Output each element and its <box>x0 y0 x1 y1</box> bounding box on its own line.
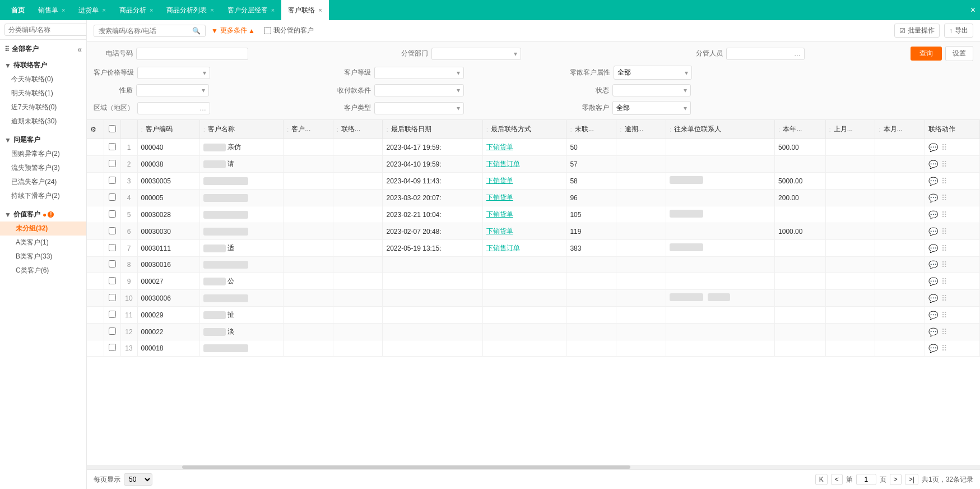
category-search-input[interactable] <box>4 24 87 36</box>
tab-home[interactable]: 首页 <box>4 0 31 20</box>
close-app-button[interactable]: × <box>970 5 976 15</box>
col-last-contact-date[interactable]: :最后联络日期 <box>383 120 482 139</box>
cell-last-contact-way-4[interactable]: 下销货单 <box>482 206 566 223</box>
more-conditions-button[interactable]: ▼ 更多条件 ▲ <box>211 26 255 35</box>
sidebar-item-ungrouped[interactable]: 未分组(32) <box>0 222 86 236</box>
action-chat-icon-4[interactable]: 💬 <box>928 210 938 219</box>
main-search-input[interactable] <box>99 27 190 35</box>
col-overdue[interactable]: :逾期... <box>616 120 666 139</box>
action-grid-icon-7[interactable]: ⠿ <box>941 260 947 269</box>
sidebar-item-churned[interactable]: 已流失客户(24) <box>0 175 86 189</box>
sidebar-section-pending-title[interactable]: ▼ 待联络客户 <box>0 58 86 72</box>
prev-page-button[interactable]: < <box>831 474 843 485</box>
col-this-month[interactable]: :本月... <box>875 120 925 139</box>
settings-icon[interactable]: ⚙ <box>90 126 96 133</box>
col-last-month[interactable]: :上月... <box>825 120 875 139</box>
cell-checkbox-7[interactable] <box>104 257 120 273</box>
cell-checkbox-8[interactable] <box>104 273 120 290</box>
cell-last-contact-way-1[interactable]: 下销售订单 <box>482 156 566 173</box>
reset-button[interactable]: 设置 <box>945 46 973 61</box>
close-product-analysis-list-tab[interactable]: × <box>210 7 213 13</box>
query-button[interactable]: 查询 <box>911 47 942 61</box>
col-settings[interactable]: ⚙ <box>87 120 104 139</box>
action-chat-icon-9[interactable]: 💬 <box>928 294 938 303</box>
col-name[interactable]: :客户名称 <box>199 120 283 139</box>
tab-customer-contact[interactable]: 客户联络 × <box>281 0 328 20</box>
col-contact[interactable]: :联络... <box>333 120 383 139</box>
action-grid-icon-12[interactable]: ⠿ <box>941 344 947 353</box>
cell-checkbox-9[interactable] <box>104 290 120 307</box>
action-chat-icon-11[interactable]: 💬 <box>928 327 938 336</box>
sidebar-section-value-title[interactable]: ▼ 价值客户 ● ! <box>0 207 86 222</box>
customer-level-select[interactable]: ▾ <box>374 67 464 79</box>
action-chat-icon-0[interactable]: 💬 <box>928 143 938 152</box>
close-purchase-tab[interactable]: × <box>102 7 105 13</box>
price-level-select[interactable]: ▾ <box>137 67 210 79</box>
sidebar-item-overdue[interactable]: 逾期未联络(30) <box>0 114 86 128</box>
tab-customer-segment[interactable]: 客户分层经客 × <box>221 0 281 20</box>
horizontal-scrollbar[interactable] <box>87 465 980 469</box>
tab-purchase[interactable]: 进货单 × <box>72 0 112 20</box>
cell-checkbox-6[interactable] <box>104 240 120 257</box>
cell-checkbox-5[interactable] <box>104 223 120 240</box>
dept-select[interactable]: ▾ <box>431 48 521 60</box>
sidebar-section-problem-title[interactable]: ▼ 问题客户 <box>0 133 86 147</box>
col-contacts[interactable]: :往来单位联系人 <box>666 120 774 139</box>
customer-type-select[interactable]: ▾ <box>374 102 464 114</box>
scrollbar-thumb[interactable] <box>182 465 630 469</box>
retail-select[interactable]: 全部 ▾ <box>612 101 691 115</box>
phone-input[interactable] <box>136 48 248 60</box>
cell-checkbox-2[interactable] <box>104 173 120 190</box>
action-grid-icon-10[interactable]: ⠿ <box>941 311 947 320</box>
tab-sales[interactable]: 销售单 × <box>31 0 72 20</box>
table-container[interactable]: ⚙ :客户编码 :客户名称 :客户... <box>87 120 980 465</box>
col-no-contact[interactable]: :未联... <box>566 120 616 139</box>
cell-last-contact-way-3[interactable]: 下销货单 <box>482 190 566 206</box>
col-checkbox[interactable] <box>104 120 120 139</box>
action-grid-icon-9[interactable]: ⠿ <box>941 294 947 303</box>
batch-operations-button[interactable]: ☑ 批量操作 <box>894 24 940 38</box>
cell-last-contact-way-6[interactable]: 下销售订单 <box>482 240 566 257</box>
action-grid-icon-5[interactable]: ⠿ <box>941 227 947 236</box>
action-chat-icon-10[interactable]: 💬 <box>928 311 938 320</box>
main-search-icon[interactable]: 🔍 <box>192 27 201 35</box>
tab-product-analysis-list[interactable]: 商品分析列表 × <box>160 0 220 20</box>
cell-checkbox-1[interactable] <box>104 156 120 173</box>
close-product-analysis-tab[interactable]: × <box>150 7 153 13</box>
action-grid-icon-0[interactable]: ⠿ <box>941 143 947 152</box>
action-chat-icon-2[interactable]: 💬 <box>928 177 938 186</box>
cell-checkbox-4[interactable] <box>104 206 120 223</box>
action-grid-icon-11[interactable]: ⠿ <box>941 327 947 336</box>
action-grid-icon-2[interactable]: ⠿ <box>941 177 947 186</box>
sidebar-item-declining[interactable]: 持续下滑客户(2) <box>0 189 86 203</box>
cell-checkbox-10[interactable] <box>104 307 120 324</box>
action-grid-icon-1[interactable]: ⠿ <box>941 160 947 169</box>
action-grid-icon-6[interactable]: ⠿ <box>941 244 947 253</box>
retail-attr-select[interactable]: 全部 ▾ <box>614 66 692 80</box>
col-last-contact-way[interactable]: :最后联络方式 <box>482 120 566 139</box>
next-page-button[interactable]: > <box>890 474 902 485</box>
manager-select[interactable]: … <box>726 48 805 60</box>
cell-last-contact-way-2[interactable]: 下销货单 <box>482 173 566 190</box>
status-select[interactable]: ▾ <box>612 84 691 96</box>
page-size-select[interactable]: 50 20 100 <box>124 473 152 486</box>
nature-select[interactable]: ▾ <box>136 84 209 96</box>
sidebar-item-hoarding[interactable]: 囤购异常客户(2) <box>0 147 86 161</box>
action-chat-icon-8[interactable]: 💬 <box>928 277 938 286</box>
close-customer-segment-tab[interactable]: × <box>271 7 275 13</box>
close-customer-contact-tab[interactable]: × <box>318 7 322 13</box>
action-grid-icon-3[interactable]: ⠿ <box>941 193 947 202</box>
select-all-checkbox[interactable] <box>109 125 116 132</box>
cell-checkbox-3[interactable] <box>104 190 120 206</box>
sidebar-item-today-pending[interactable]: 今天待联络(0) <box>0 72 86 86</box>
my-customers-checkbox[interactable] <box>264 27 271 34</box>
first-page-button[interactable]: K <box>815 474 828 485</box>
sidebar-item-class-a[interactable]: A类客户(1) <box>0 236 86 250</box>
action-chat-icon-1[interactable]: 💬 <box>928 160 938 169</box>
sidebar-item-class-c[interactable]: C类客户(6) <box>0 264 86 278</box>
sidebar-collapse-icon[interactable]: « <box>77 45 82 54</box>
last-page-button[interactable]: >| <box>905 474 918 485</box>
close-sales-tab[interactable]: × <box>62 7 65 13</box>
sidebar-item-tomorrow-pending[interactable]: 明天待联络(1) <box>0 86 86 100</box>
sidebar-item-7day-pending[interactable]: 近7天待联络(0) <box>0 100 86 114</box>
